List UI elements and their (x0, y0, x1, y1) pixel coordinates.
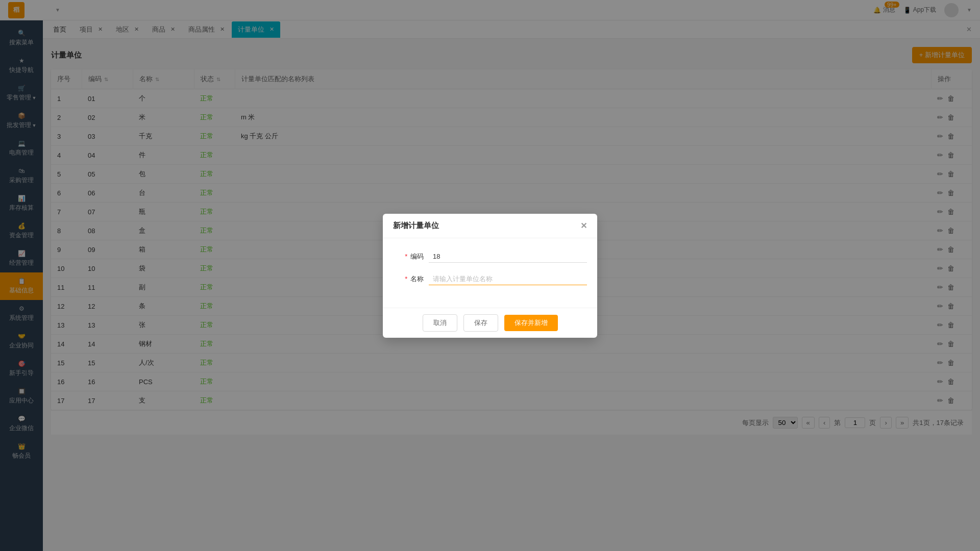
add-unit-modal: 新增计量单位 ✕ * 编码 * 名称 取消 保存 保存并新增 (383, 214, 597, 338)
modal-body: * 编码 * 名称 (383, 238, 597, 308)
cancel-button[interactable]: 取消 (423, 314, 457, 332)
code-required-mark: * (405, 253, 407, 260)
modal-overlay: 新增计量单位 ✕ * 编码 * 名称 取消 保存 保存并新增 (0, 0, 980, 551)
name-label: * 名称 (393, 274, 424, 284)
modal-title: 新增计量单位 (393, 221, 439, 231)
modal-footer: 取消 保存 保存并新增 (383, 308, 597, 338)
name-input[interactable] (429, 273, 587, 285)
code-input[interactable] (429, 251, 587, 263)
name-required-mark: * (405, 275, 407, 283)
save-and-new-button[interactable]: 保存并新增 (504, 315, 558, 331)
save-button[interactable]: 保存 (463, 314, 498, 332)
code-label: * 编码 (393, 252, 424, 261)
modal-close-button[interactable]: ✕ (580, 221, 587, 231)
name-form-row: * 名称 (393, 273, 587, 285)
code-form-row: * 编码 (393, 251, 587, 263)
modal-header: 新增计量单位 ✕ (383, 214, 597, 238)
